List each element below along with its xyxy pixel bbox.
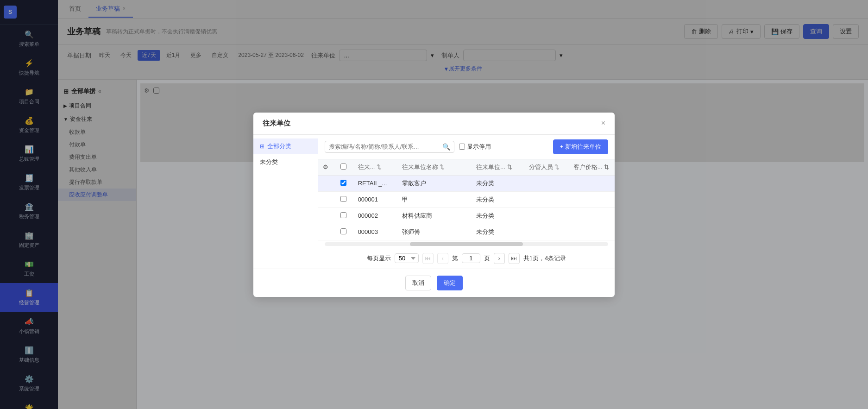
scrollbar-thumb[interactable] (410, 242, 523, 246)
page-size-select[interactable]: 50 100 200 (395, 253, 419, 263)
modal-nav-all-category[interactable]: ⊞ 全部分类 (253, 138, 318, 154)
table-row[interactable]: 000001 甲 未分类 (318, 191, 615, 208)
col-code-header[interactable]: 往来... ⇅ (353, 159, 397, 176)
sort-icon: ⇅ (604, 164, 609, 170)
sort-icon: ⇅ (440, 164, 445, 170)
row-price (569, 175, 615, 191)
col-category-header[interactable]: 往来单位... ⇅ (472, 159, 524, 176)
row-code: 000003 (353, 224, 397, 240)
row-person (524, 208, 569, 224)
row-name: 甲 (397, 191, 472, 208)
sort-icon: ⇅ (507, 164, 512, 170)
modal-right: 🔍 显示停用 + 新增往来单位 ⚙ (318, 135, 615, 269)
modal-left-nav: ⊞ 全部分类 未分类 (253, 135, 318, 269)
show-disabled-checkbox[interactable] (459, 144, 465, 150)
row-code: 000002 (353, 208, 397, 224)
modal-footer: 取消 确定 (253, 269, 615, 297)
modal-body: ⊞ 全部分类 未分类 🔍 显示停用 (253, 135, 615, 269)
col-price-header[interactable]: 客户价格... ⇅ (569, 159, 615, 176)
row-name: 张师傅 (397, 224, 472, 240)
col-check-header[interactable] (336, 159, 353, 176)
row-person (524, 175, 569, 191)
partner-modal: 往来单位 × ⊞ 全部分类 未分类 🔍 (253, 113, 615, 297)
col-name-header[interactable]: 往来单位名称 ⇅ (397, 159, 472, 176)
row-checkbox[interactable] (340, 180, 346, 186)
table-header-row: ⚙ 往来... ⇅ 往来单位名称 ⇅ (318, 159, 615, 176)
sort-icon: ⇅ (377, 164, 382, 170)
row-checkbox[interactable] (340, 228, 346, 234)
col-person-header[interactable]: 分管人员 ⇅ (524, 159, 569, 176)
row-settings[interactable] (318, 191, 336, 208)
row-checkbox[interactable] (340, 196, 346, 202)
search-icon: 🔍 (442, 143, 450, 151)
row-checkbox[interactable] (340, 212, 346, 218)
select-all-modal-checkbox[interactable] (340, 164, 346, 170)
row-price (569, 191, 615, 208)
page-number-input[interactable] (462, 253, 480, 263)
row-category: 未分类 (472, 224, 524, 240)
row-check[interactable] (336, 208, 353, 224)
modal-header: 往来单位 × (253, 113, 615, 135)
col-settings-header[interactable]: ⚙ (318, 159, 336, 176)
show-disabled-label[interactable]: 显示停用 (459, 143, 491, 151)
table-row[interactable]: 000002 材料供应商 未分类 (318, 208, 615, 224)
row-settings[interactable] (318, 175, 336, 191)
modal-close-button[interactable]: × (601, 119, 605, 127)
prev-page-btn[interactable]: ‹ (437, 253, 448, 264)
cancel-button[interactable]: 取消 (405, 276, 431, 290)
modal-nav-uncategorized[interactable]: 未分类 (253, 154, 318, 170)
modal-title: 往来单位 (263, 119, 290, 128)
row-price (569, 208, 615, 224)
row-category: 未分类 (472, 191, 524, 208)
modal-search-input[interactable] (329, 143, 440, 150)
row-check[interactable] (336, 191, 353, 208)
row-code: 000001 (353, 191, 397, 208)
last-page-btn[interactable]: ⏭ (509, 253, 520, 264)
row-check[interactable] (336, 224, 353, 240)
row-code: RETAIL_... (353, 175, 397, 191)
modal-overlay: 往来单位 × ⊞ 全部分类 未分类 🔍 (0, 0, 868, 409)
confirm-button[interactable]: 确定 (437, 276, 463, 290)
row-settings[interactable] (318, 224, 336, 240)
table-row[interactable]: RETAIL_... 零散客户 未分类 (318, 175, 615, 191)
row-person (524, 191, 569, 208)
row-category: 未分类 (472, 208, 524, 224)
row-settings[interactable] (318, 208, 336, 224)
modal-table: ⚙ 往来... ⇅ 往来单位名称 ⇅ (318, 159, 615, 240)
row-check[interactable] (336, 175, 353, 191)
row-price (569, 224, 615, 240)
row-category: 未分类 (472, 175, 524, 191)
first-page-btn[interactable]: ⏮ (422, 253, 434, 264)
horizontal-scrollbar[interactable] (325, 242, 608, 246)
row-name: 零散客户 (397, 175, 472, 191)
grid-icon: ⊞ (260, 143, 264, 150)
sort-icon: ⇅ (554, 164, 560, 170)
modal-pagination: 每页显示 50 100 200 ⏮ ‹ 第 页 › ⏭ 共1页，4条记录 (318, 248, 615, 269)
modal-toolbar: 🔍 显示停用 + 新增往来单位 (318, 135, 615, 159)
add-partner-button[interactable]: + 新增往来单位 (553, 139, 608, 154)
next-page-btn[interactable]: › (494, 253, 505, 264)
modal-search[interactable]: 🔍 (325, 141, 454, 153)
row-name: 材料供应商 (397, 208, 472, 224)
table-row[interactable]: 000003 张师傅 未分类 (318, 224, 615, 240)
row-person (524, 224, 569, 240)
